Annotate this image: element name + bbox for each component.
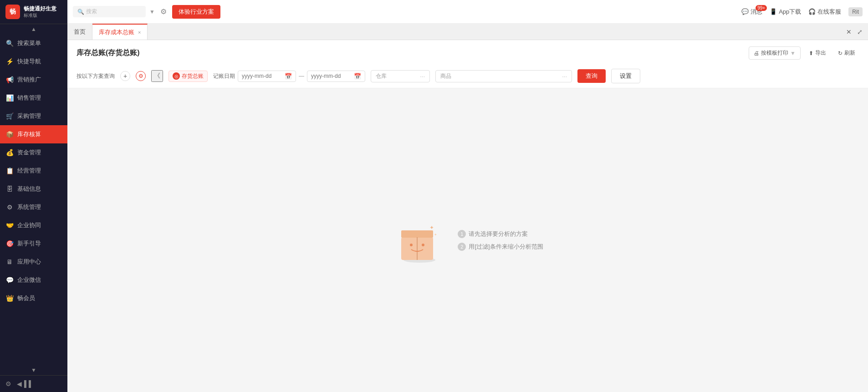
audio-footer-icon[interactable]: ◀▐▐ <box>17 380 31 387</box>
scroll-down-btn[interactable]: ▼ <box>0 365 67 375</box>
filter-add-btn[interactable]: + <box>120 71 130 81</box>
sidebar-item-label: 基础信息 <box>17 185 41 193</box>
sidebar-item-label: 营销推广 <box>17 76 41 84</box>
scheme-label: 存货总账 <box>182 72 204 80</box>
sidebar-item-corp[interactable]: 🤝 企业协同 <box>0 216 67 234</box>
sidebar-item-shortcut[interactable]: ⚡ 快捷导航 <box>0 52 67 71</box>
topbar-chevron-icon[interactable]: ▼ <box>149 9 155 15</box>
sidebar-item-purchase[interactable]: 🛒 采购管理 <box>0 107 67 125</box>
topbar-user-name[interactable]: Rit <box>848 7 863 16</box>
newbie-icon: 🎯 <box>5 240 14 247</box>
sidebar-item-label: 经营管理 <box>17 167 41 175</box>
sidebar-item-appstore[interactable]: 🖥 应用中心 <box>0 253 67 271</box>
hint-item-2: 2 用[过滤]条件来缩小分析范围 <box>458 243 543 251</box>
sidebar-item-label: 搜索菜单 <box>17 39 41 47</box>
topbar-online-service[interactable]: 🎧 在线客服 <box>808 8 841 16</box>
filter-settings-icon-btn[interactable]: ⚙ <box>136 71 146 81</box>
filter-collapse-btn[interactable]: 《 <box>151 70 163 82</box>
date-start-wrap[interactable]: 📅 <box>238 71 296 82</box>
empty-hints: 1 请先选择要分析的方案 2 用[过滤]条件来缩小分析范围 <box>458 230 543 251</box>
industry-btn[interactable]: 体验行业方案 <box>172 5 220 19</box>
sidebar-item-inventory[interactable]: 📦 库存核算 <box>0 125 67 143</box>
sidebar-item-marketing[interactable]: 📢 营销推广 <box>0 71 67 89</box>
export-btn[interactable]: ⬆ 导出 <box>805 47 830 59</box>
scroll-up-btn[interactable]: ▲ <box>0 24 67 34</box>
search-icon: 🔍 <box>5 40 14 47</box>
empty-state: ✦ ✦ 1 请先选择要分析的方案 2 用[过滤]条件来缩小分析范围 <box>67 88 868 392</box>
brand-name: 畅捷通好生意 <box>24 5 56 13</box>
product-label: 商品 <box>440 72 560 80</box>
hint-num-1: 1 <box>458 230 466 238</box>
topbar-right: 💬 消息 99+ 📱 App下载 🎧 在线客服 Rit <box>741 7 863 16</box>
tab-inventory-ledger[interactable]: 库存成本总账 × <box>92 24 148 40</box>
topbar-gear-icon[interactable]: ⚙ <box>158 5 168 18</box>
topbar-msg[interactable]: 💬 消息 99+ <box>741 8 762 16</box>
member-icon: 👑 <box>5 295 14 302</box>
sidebar-item-member[interactable]: 👑 畅会员 <box>0 289 67 307</box>
calendar-start-icon[interactable]: 📅 <box>285 73 292 80</box>
sidebar-item-label: 采购管理 <box>17 112 41 120</box>
warehouse-more-icon[interactable]: ··· <box>420 73 425 80</box>
topbar-search-icon: 🔍 <box>77 9 84 15</box>
calendar-end-icon[interactable]: 📅 <box>354 73 361 80</box>
empty-illustration: ✦ ✦ <box>392 212 447 268</box>
page-title-row: 库存总账(存货总账) 🖨 按模板打印 ▼ ⬆ 导出 ↻ 刷新 <box>77 46 859 64</box>
basics-icon: 🗄 <box>5 185 14 193</box>
tab-expand-btn[interactable]: ⤢ <box>855 26 864 37</box>
warehouse-selector[interactable]: 仓库 ··· <box>371 70 430 82</box>
sidebar-item-label: 库存核算 <box>17 130 41 138</box>
sidebar-item-label: 系统管理 <box>17 203 41 211</box>
page-title: 库存总账(存货总账) <box>77 48 140 58</box>
sidebar-item-wechat[interactable]: 💬 企业微信 <box>0 271 67 289</box>
sidebar-item-search[interactable]: 🔍 搜索菜单 <box>0 34 67 52</box>
topbar-app-download[interactable]: 📱 App下载 <box>770 8 801 16</box>
filter-scheme-tag[interactable]: ◎ 存货总账 <box>168 71 208 82</box>
tabs-right: ✕ ⤢ <box>844 26 868 37</box>
sidebar-logo: 畅 畅捷通好生意 标准版 <box>0 0 67 24</box>
marketing-icon: 📢 <box>5 76 14 83</box>
sidebar-nav: 🔍 搜索菜单 ⚡ 快捷导航 📢 营销推广 📊 销售管理 🛒 采购管理 📦 库存核… <box>0 34 67 365</box>
topbar-search-box[interactable]: 🔍 搜索 <box>73 6 146 17</box>
date-end-input[interactable] <box>311 73 352 79</box>
refresh-btn[interactable]: ↻ 刷新 <box>834 47 859 59</box>
product-more-icon[interactable]: ··· <box>562 73 567 80</box>
product-selector[interactable]: 商品 ··· <box>435 70 572 82</box>
sidebar-item-label: 应用中心 <box>17 258 41 266</box>
sidebar-item-label: 企业协同 <box>17 221 41 229</box>
msg-badge: 99+ <box>756 5 767 11</box>
tab-inventory-label: 库存成本总账 <box>99 28 134 36</box>
tab-home[interactable]: 首页 <box>67 24 92 40</box>
svg-rect-6 <box>401 230 433 238</box>
date-end-wrap[interactable]: 📅 <box>307 71 365 82</box>
sidebar-item-label: 新手引导 <box>17 239 41 248</box>
export-label: 导出 <box>815 49 826 57</box>
settings-footer-icon[interactable]: ⚙ <box>5 380 11 387</box>
scheme-circle-icon: ◎ <box>173 72 180 80</box>
template-print-label: 按模板打印 <box>761 49 788 57</box>
tab-close-icon[interactable]: × <box>138 30 141 35</box>
main-area: 🔍 搜索 ▼ ⚙ 体验行业方案 💬 消息 99+ 📱 App下载 🎧 在线客服 … <box>67 0 868 392</box>
tab-close-btn[interactable]: ✕ <box>844 26 853 37</box>
date-filter-group: 记账日期 📅 — 📅 <box>213 71 365 82</box>
settings-btn[interactable]: 设置 <box>611 69 640 83</box>
date-start-input[interactable] <box>242 73 283 79</box>
sidebar-item-operations[interactable]: 📋 经营管理 <box>0 162 67 180</box>
template-print-btn[interactable]: 🖨 按模板打印 ▼ <box>749 46 801 60</box>
sidebar-item-label: 快捷导航 <box>17 57 41 66</box>
sidebar-item-funds[interactable]: 💰 资金管理 <box>0 143 67 162</box>
svg-point-8 <box>410 244 413 246</box>
print-icon: 🖨 <box>754 50 759 56</box>
tab-home-label: 首页 <box>74 28 86 36</box>
sidebar-item-newbie[interactable]: 🎯 新手引导 <box>0 234 67 253</box>
sidebar-item-basics[interactable]: 🗄 基础信息 <box>0 180 67 198</box>
refresh-label: 刷新 <box>844 49 855 57</box>
brand-sub: 标准版 <box>24 12 56 19</box>
sidebar-item-sales[interactable]: 📊 销售管理 <box>0 89 67 107</box>
filter-row: 按以下方案查询 + ⚙ 《 ◎ 存货总账 记账日期 📅 — <box>77 64 859 88</box>
sidebar-item-system[interactable]: ⚙ 系统管理 <box>0 198 67 216</box>
query-btn[interactable]: 查询 <box>577 69 606 83</box>
corp-icon: 🤝 <box>5 222 14 229</box>
empty-box-svg: ✦ ✦ <box>392 212 447 267</box>
purchase-icon: 🛒 <box>5 112 14 120</box>
refresh-icon: ↻ <box>838 50 842 56</box>
